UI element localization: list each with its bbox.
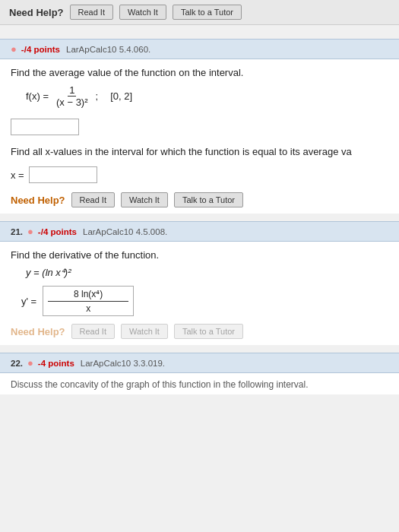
question21-function-def: y = (ln x⁴)² xyxy=(26,267,388,278)
semicolon: ; xyxy=(96,90,99,102)
question21-answer-row: y' = 8 ln(x⁴) x xyxy=(21,286,388,316)
question22-course-code: LarApCalc10 3.3.019. xyxy=(81,359,165,368)
function-label: f(x) = xyxy=(26,90,49,102)
question20-math: f(x) = 1 (x − 3)² ; [0, 2] xyxy=(26,84,388,108)
x-value-input[interactable] xyxy=(29,166,97,183)
question21-answer-box: 8 ln(x⁴) x xyxy=(43,286,134,316)
question20-answer-box-container xyxy=(11,116,388,138)
y-prime-label: y' = xyxy=(21,296,36,307)
fraction-numerator: 1 xyxy=(68,84,76,97)
question20-need-help-bar: Need Help? Read It Watch It Talk to a Tu… xyxy=(11,192,388,207)
x-equals-row: x = xyxy=(11,163,388,186)
answer-denominator: x xyxy=(86,302,90,314)
x-equals-label: x = xyxy=(11,169,24,181)
answer-numerator: 8 ln(x⁴) xyxy=(48,289,128,302)
top-read-it-button[interactable]: Read It xyxy=(70,5,113,20)
question21-bullet: ● xyxy=(27,226,33,237)
question20-body: Find the average value of the function o… xyxy=(0,59,399,214)
question22-number: 22. xyxy=(11,359,23,368)
q20-read-it-button[interactable]: Read It xyxy=(71,192,115,207)
question22-points: -4 points xyxy=(38,359,74,368)
q21-watch-it-button[interactable]: Watch It xyxy=(121,324,168,339)
q21-talk-to-tutor-button[interactable]: Talk to a Tutor xyxy=(174,324,243,339)
top-need-help-label: Need Help? xyxy=(9,7,64,18)
question21-need-help-bar: Need Help? Read It Watch It Talk to a Tu… xyxy=(11,324,388,339)
question22-header: 22. ● -4 points LarApCalc10 3.3.019. xyxy=(0,353,399,373)
question20-followup: Find all x-values in the interval for wh… xyxy=(11,146,388,157)
question21-body: Find the derivative of the function. y =… xyxy=(0,242,399,345)
interval: [0, 2] xyxy=(110,90,132,102)
question20-bullet: ● xyxy=(11,43,17,55)
top-watch-it-button[interactable]: Watch It xyxy=(119,5,166,20)
question20-points: -/4 points xyxy=(21,45,60,54)
question22-body: Discuss the concavity of the graph of th… xyxy=(0,373,399,394)
top-need-help-bar: Need Help? Read It Watch It Talk to a Tu… xyxy=(0,0,399,25)
question21-number: 21. xyxy=(11,227,23,236)
question21-text: Find the derivative of the function. xyxy=(11,249,388,261)
top-talk-to-tutor-button[interactable]: Talk to a Tutor xyxy=(173,5,242,20)
q21-read-it-button[interactable]: Read It xyxy=(71,324,115,339)
question22-bullet: ● xyxy=(27,357,33,369)
q20-talk-to-tutor-button[interactable]: Talk to a Tutor xyxy=(174,192,243,207)
question21-need-help-label: Need Help? xyxy=(11,326,65,337)
question20-answer-input[interactable] xyxy=(11,119,79,135)
question20-need-help-label: Need Help? xyxy=(11,195,65,206)
fraction-denominator: (x − 3)² xyxy=(55,97,90,108)
question20-header: ● -/4 points LarApCalc10 5.4.060. xyxy=(0,39,399,59)
question20-text: Find the average value of the function o… xyxy=(11,67,388,78)
question21-points: -/4 points xyxy=(38,227,77,236)
function-def-label: y = (ln x⁴)² xyxy=(26,267,71,278)
question22-text: Discuss the concavity of the graph of th… xyxy=(11,379,388,390)
question21-header: 21. ● -/4 points LarApCalc10 4.5.008. xyxy=(0,221,399,242)
fraction-display: 1 (x − 3)² xyxy=(55,84,90,108)
question21-course-code: LarApCalc10 4.5.008. xyxy=(83,227,167,236)
q20-watch-it-button[interactable]: Watch It xyxy=(121,192,168,207)
question20-course-code: LarApCalc10 5.4.060. xyxy=(66,45,150,54)
